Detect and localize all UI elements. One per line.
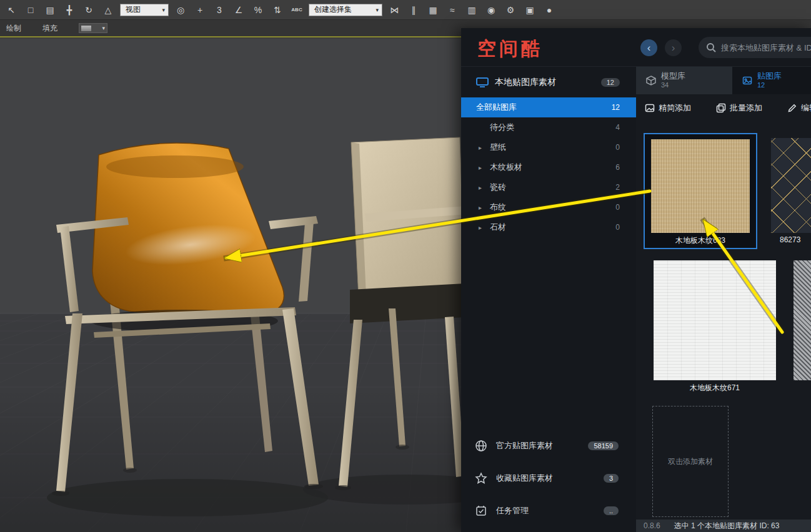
3dsmax-window: ↖ □ ▤ ╋ ↻ △ 视图 ▾ ◎ + 3 ∠ % ⇅ ABC 创建选择集 ▾…: [0, 0, 811, 532]
sidebar-item-all-maps[interactable]: 全部贴图库 12: [461, 97, 636, 117]
select-object-icon[interactable]: ↖: [4, 2, 19, 17]
select-and-scale-icon[interactable]: △: [101, 2, 116, 17]
render-production-icon[interactable]: ●: [542, 2, 557, 17]
material-swatch: [81, 26, 91, 31]
chevron-down-icon: ▾: [102, 25, 105, 31]
forward-button[interactable]: ›: [665, 39, 682, 56]
search-icon: [706, 42, 716, 52]
action-label: 编辑: [801, 102, 811, 114]
thumbnail-grid: 木地板木纹633 86273 木地板木纹671 双击添加素材: [636, 122, 811, 520]
search-input[interactable]: [721, 43, 811, 52]
tab-count: 12: [757, 81, 782, 89]
action-label: 精简添加: [659, 102, 691, 114]
gold-tile-texture-preview: [771, 138, 811, 233]
ribbon-draw-tab[interactable]: 绘制: [6, 23, 21, 34]
material-editor-icon[interactable]: ◉: [484, 2, 499, 17]
favorites-library-item[interactable]: 收藏贴图库素材 3: [461, 462, 636, 495]
angle-snap-icon[interactable]: ∠: [231, 2, 246, 17]
star-icon: [475, 472, 487, 485]
percent-snap-icon[interactable]: %: [251, 2, 266, 17]
back-button[interactable]: ‹: [640, 39, 657, 56]
texture-thumbnail-partial[interactable]: [794, 260, 811, 380]
texture-thumbnail-white-tile[interactable]: 木地板木纹671: [654, 260, 776, 395]
sidebar-item-uncategorized[interactable]: 待分类 4: [461, 117, 636, 137]
spinner-snap-icon[interactable]: ⇅: [270, 2, 285, 17]
local-library-header[interactable]: 本地贴图库素材 12: [461, 67, 636, 97]
local-library-label: 本地贴图库素材: [495, 77, 556, 88]
sidebar-item-label: 瓷砖: [490, 182, 506, 193]
tab-count: 34: [661, 81, 685, 89]
sidebar-item-stone[interactable]: ▸ 石材 0: [461, 217, 636, 237]
select-and-manipulate-icon[interactable]: +: [192, 2, 207, 17]
white-tile-texture-preview: [654, 260, 776, 380]
batch-stack-icon: [716, 103, 726, 113]
sidebar-item-label: 壁纸: [490, 142, 506, 153]
sidebar-item-label: 全部贴图库: [476, 102, 517, 113]
expand-arrow-icon[interactable]: ▸: [479, 204, 482, 211]
align-icon[interactable]: ∥: [406, 2, 421, 17]
main-toolbar: ↖ □ ▤ ╋ ↻ △ 视图 ▾ ◎ + 3 ∠ % ⇅ ABC 创建选择集 ▾…: [0, 0, 811, 20]
select-and-move-icon[interactable]: ╋: [62, 2, 77, 17]
sidebar-item-wood-boards[interactable]: ▸ 木纹板材 6: [461, 157, 636, 177]
footer-item-label: 收藏贴图库素材: [496, 473, 553, 484]
search-box[interactable]: [699, 37, 811, 58]
action-label: 批量添加: [730, 102, 762, 114]
sidebar-item-wallpaper[interactable]: ▸ 壁纸 0: [461, 137, 636, 157]
tab-label: 模型库: [661, 72, 685, 81]
panel-statusbar: 0.8.6 选中 1 个本地贴图库素材 ID: 63: [636, 520, 811, 532]
select-and-rotate-icon[interactable]: ↻: [81, 2, 96, 17]
plugin-title: 空间酷: [477, 36, 543, 62]
official-library-item[interactable]: 官方贴图库素材 58159: [461, 430, 636, 462]
expand-arrow-icon[interactable]: ▸: [479, 164, 482, 171]
curve-editor-icon[interactable]: ≈: [445, 2, 460, 17]
image-icon: [742, 76, 752, 86]
expand-arrow-icon[interactable]: ▸: [479, 144, 482, 151]
task-manager-item[interactable]: 任务管理 ..: [461, 495, 636, 527]
expand-arrow-icon[interactable]: ▸: [479, 224, 482, 231]
version-label: 0.8.6: [644, 521, 660, 530]
add-material-dropzone[interactable]: 双击添加素材: [652, 406, 729, 517]
keyboard-override-icon[interactable]: ABC: [289, 2, 304, 17]
snap-toggle-icon[interactable]: 3: [212, 2, 227, 17]
named-selection-set-label: 创建选择集: [314, 4, 352, 15]
rendered-frame-window-icon[interactable]: ▣: [522, 2, 537, 17]
use-pivot-center-icon[interactable]: ◎: [173, 2, 188, 17]
edit-button[interactable]: 编辑: [787, 102, 811, 114]
tab-texture-library[interactable]: 贴图库 12: [732, 67, 811, 94]
sidebar-item-label: 布纹: [490, 202, 506, 213]
footer-item-label: 任务管理: [496, 505, 529, 516]
panel-body: 本地贴图库素材 12 全部贴图库 12 待分类 4 ▸ 壁纸 0 ▸: [461, 67, 811, 532]
layer-explorer-icon[interactable]: ▦: [425, 2, 440, 17]
globe-icon: [475, 440, 487, 452]
reference-coordinate-label: 视图: [126, 4, 141, 15]
sidebar-item-fabric[interactable]: ▸ 布纹 0: [461, 197, 636, 217]
tab-model-library[interactable]: 模型库 34: [636, 67, 732, 94]
schematic-view-icon[interactable]: ▥: [464, 2, 479, 17]
sidebar-item-count: 2: [615, 183, 620, 192]
panel-content: 模型库 34 贴图库 12: [636, 67, 811, 532]
ribbon-mini-dropdown[interactable]: ▾: [79, 23, 107, 33]
named-selection-set-dropdown[interactable]: 创建选择集 ▾: [309, 4, 382, 16]
expand-arrow-icon[interactable]: ▸: [479, 184, 482, 191]
panel-sidebar: 本地贴图库素材 12 全部贴图库 12 待分类 4 ▸ 壁纸 0 ▸: [461, 67, 636, 532]
select-by-name-icon[interactable]: ▤: [42, 2, 57, 17]
ribbon-fill-tab[interactable]: 填充: [42, 23, 57, 34]
sidebar-item-count: 12: [612, 103, 620, 112]
footer-item-label: 官方贴图库素材: [496, 440, 553, 451]
mirror-icon[interactable]: ⋈: [387, 2, 402, 17]
sidebar-item-tiles[interactable]: ▸ 瓷砖 2: [461, 177, 636, 197]
render-setup-icon[interactable]: ⚙: [503, 2, 518, 17]
sidebar-item-count: 4: [615, 123, 620, 132]
footer-item-badge: 58159: [588, 441, 619, 450]
rectangular-selection-icon[interactable]: □: [23, 2, 38, 17]
texture-thumbnail-selected[interactable]: 木地板木纹633: [644, 133, 757, 249]
pencil-icon: [787, 103, 797, 113]
wood-texture-preview: [651, 139, 750, 233]
texture-thumbnail-gold-tile[interactable]: 86273: [764, 133, 811, 249]
batch-add-button[interactable]: 批量添加: [716, 102, 762, 114]
task-check-icon: [475, 505, 487, 517]
sidebar-footer: 官方贴图库素材 58159 收藏贴图库素材 3: [461, 430, 636, 527]
simple-add-button[interactable]: 精简添加: [645, 102, 691, 114]
thumbnail-label: 木地板木纹671: [654, 383, 776, 393]
reference-coordinate-dropdown[interactable]: 视图 ▾: [120, 4, 169, 16]
